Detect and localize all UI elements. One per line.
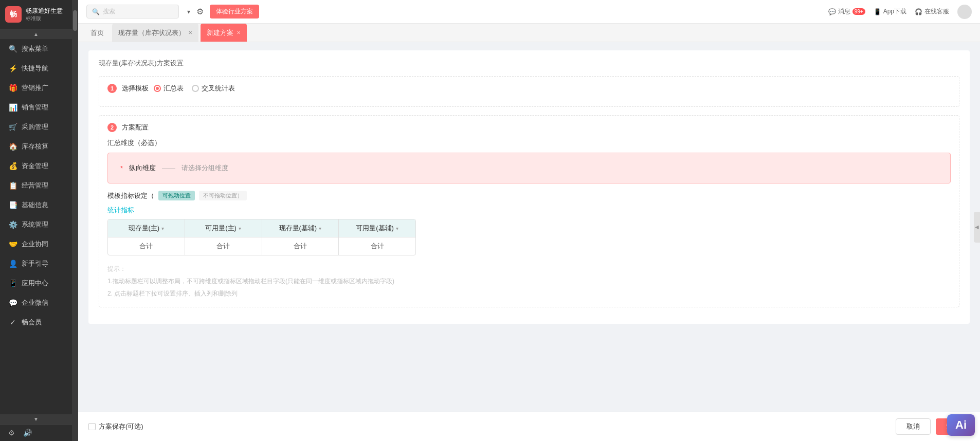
chevron-down-icon: ▾ <box>239 226 241 231</box>
sidebar-item-app-center[interactable]: 📱应用中心 <box>0 273 72 293</box>
logo-icon: 畅 <box>5 6 22 23</box>
tab-close-new-scheme[interactable]: ✕ <box>237 30 241 35</box>
cooperation-icon: 🤝 <box>8 240 17 249</box>
ai-badge[interactable]: Ai <box>947 414 975 436</box>
scroll-up-btn[interactable]: ▲ <box>0 29 72 39</box>
step1-section: 1 选择模板 汇总表 交叉统计表 <box>99 76 959 107</box>
sidebar-item-finance[interactable]: 💰资金管理 <box>0 156 72 176</box>
app-download-btn[interactable]: 📱 App下载 <box>874 7 906 16</box>
tips-title: 提示： <box>107 265 126 272</box>
message-label: 消息 <box>838 7 850 16</box>
sidebar-item-system[interactable]: ⚙️系统管理 <box>0 215 72 234</box>
volume-icon[interactable]: 🔊 <box>23 429 32 437</box>
radio-summary-label: 汇总表 <box>164 84 184 93</box>
settings-icon[interactable]: ⚙ <box>8 429 15 437</box>
user-avatar[interactable] <box>957 5 972 19</box>
col-header[interactable]: 可用量(基辅) ▾ <box>339 219 415 237</box>
tab-label-home: 首页 <box>90 28 104 38</box>
sidebar-item-label-new-user: 新手引导 <box>22 259 48 268</box>
online-service-btn[interactable]: 🎧 在线客服 <box>915 7 949 16</box>
tab-home[interactable]: 首页 <box>84 24 110 42</box>
sidebar-nav: 🔍搜索菜单⚡快捷导航🎁营销推广📊销售管理🛒采购管理🏠库存核算💰资金管理📋经营管理… <box>0 39 72 414</box>
save-label: 方案保存(可选) <box>99 422 143 431</box>
tab-close-inventory[interactable]: ✕ <box>188 30 192 35</box>
quick-nav-icon: ⚡ <box>8 64 17 73</box>
topbar-gear-icon[interactable]: ⚙ <box>196 7 204 16</box>
scroll-down-btn[interactable]: ▼ <box>0 414 72 424</box>
cancel-button[interactable]: 取消 <box>896 418 931 435</box>
footer: 方案保存(可选) 取消 查询 <box>78 412 980 441</box>
sales-icon: 📊 <box>8 103 17 112</box>
sidebar-wrapper: 畅 畅康通好生意 标准版 ▲ 🔍搜索菜单⚡快捷导航🎁营销推广📊销售管理🛒采购管理… <box>0 0 78 441</box>
stat-col-现存量主[interactable]: 现存量(主) ▾ <box>108 219 185 237</box>
sidebar-item-purchase[interactable]: 🛒采购管理 <box>0 117 72 137</box>
dimension-placeholder[interactable]: 请选择分组维度 <box>182 163 228 173</box>
tip-item-2: 2. 点击标题栏下拉可设置排序、插入列和删除列 <box>107 287 951 300</box>
purchase-icon: 🛒 <box>8 122 17 132</box>
step2-title: 方案配置 <box>122 123 149 132</box>
tab-label-inventory: 现存量（库存状况表） <box>118 28 185 38</box>
stat-title: 统计指标 <box>107 206 951 215</box>
sidebar-item-label-basic: 基础信息 <box>22 200 48 210</box>
stat-body-col: 合计 <box>339 237 415 255</box>
panel-title: 现存量(库存状况表)方案设置 <box>99 59 959 68</box>
save-checkbox[interactable] <box>88 423 96 430</box>
stat-col-现存量基辅[interactable]: 现存量(基辅) ▾ <box>262 219 339 237</box>
sidebar-item-wechat[interactable]: 💬企业微信 <box>0 293 72 313</box>
headset-icon: 🎧 <box>915 8 922 15</box>
scroll-thumb <box>73 10 77 31</box>
step2-badge: 2 <box>107 123 117 132</box>
sidebar-item-marketing[interactable]: 🎁营销推广 <box>0 78 72 98</box>
search-icon: 🔍 <box>92 8 100 15</box>
dimension-row: * 纵向维度 —— 请选择分组维度 <box>120 163 938 173</box>
save-option[interactable]: 方案保存(可选) <box>88 422 143 431</box>
new-user-icon: 👤 <box>8 259 17 268</box>
industry-btn[interactable]: 体验行业方案 <box>210 5 259 19</box>
right-panel-toggle[interactable]: ◀ <box>974 212 980 243</box>
step1-badge: 1 <box>107 84 117 93</box>
chevron-down-icon: ▾ <box>396 226 398 231</box>
col-header[interactable]: 现存量(主) ▾ <box>108 219 185 237</box>
app-icon: 📱 <box>874 8 881 15</box>
sidebar-logo: 畅 畅康通好生意 标准版 <box>0 0 72 29</box>
col-header[interactable]: 可用量(主) ▾ <box>185 219 262 237</box>
finance-icon: 💰 <box>8 161 17 171</box>
message-btn[interactable]: 💬 消息 99+ <box>828 7 865 16</box>
sidebar-item-member[interactable]: ✓畅会员 <box>0 313 72 332</box>
sidebar-item-sales[interactable]: 📊销售管理 <box>0 98 72 117</box>
stat-col-可用量基辅[interactable]: 可用量(基辅) ▾ <box>339 219 415 237</box>
sidebar-item-label-quick-nav: 快捷导航 <box>22 64 48 73</box>
app-center-icon: 📱 <box>8 279 17 288</box>
tab-inventory[interactable]: 现存量（库存状况表）✕ <box>112 24 198 42</box>
radio-circle-cross <box>192 85 199 92</box>
sidebar-item-quick-nav[interactable]: ⚡快捷导航 <box>0 59 72 78</box>
sidebar-item-label-search: 搜索菜单 <box>22 44 48 53</box>
immovable-tag: 不可拖动位置） <box>199 191 247 200</box>
stat-table-header: 现存量(主) ▾ 可用量(主) ▾ 现存量(基辅) ▾ 可用量(基辅) ▾ <box>108 219 415 237</box>
chevron-down-icon: ▾ <box>187 8 190 15</box>
sidebar-item-label-operations: 经营管理 <box>22 181 48 190</box>
radio-summary[interactable]: 汇总表 <box>154 84 184 93</box>
sidebar-item-basic[interactable]: 📑基础信息 <box>0 195 72 215</box>
tab-new-scheme[interactable]: 新建方案✕ <box>201 24 247 42</box>
dimension-box: * 纵向维度 —— 请选择分组维度 <box>107 153 951 183</box>
stat-body-col: 合计 <box>108 237 185 255</box>
radio-cross[interactable]: 交叉统计表 <box>192 84 235 93</box>
topbar-search-box[interactable]: 🔍 搜索 <box>86 5 179 19</box>
sidebar-item-label-sales: 销售管理 <box>22 103 48 112</box>
sidebar-item-cooperation[interactable]: 🤝企业协同 <box>0 234 72 254</box>
message-badge: 99+ <box>852 8 865 15</box>
tabbar: 首页现存量（库存状况表）✕新建方案✕ <box>78 24 980 42</box>
dimension-dash: —— <box>162 164 175 172</box>
col-header[interactable]: 现存量(基辅) ▾ <box>262 219 339 237</box>
sidebar-item-new-user[interactable]: 👤新手引导 <box>0 254 72 273</box>
sidebar-item-operations[interactable]: 📋经营管理 <box>0 176 72 195</box>
tab-label-new-scheme: 新建方案 <box>207 28 233 38</box>
topbar-dropdown[interactable]: ▾ <box>185 8 190 15</box>
sidebar-item-search[interactable]: 🔍搜索菜单 <box>0 39 72 59</box>
sidebar-item-label-member: 畅会员 <box>22 318 42 327</box>
content-area: 现存量(库存状况表)方案设置 1 选择模板 汇总表 交叉统计表 <box>78 42 980 412</box>
sidebar-item-inventory-check[interactable]: 🏠库存核算 <box>0 137 72 156</box>
step2-section: 2 方案配置 汇总维度（必选） * 纵向维度 —— 请选择分组维度 模板指标设定… <box>99 115 959 307</box>
stat-col-可用量主[interactable]: 可用量(主) ▾ <box>185 219 262 237</box>
